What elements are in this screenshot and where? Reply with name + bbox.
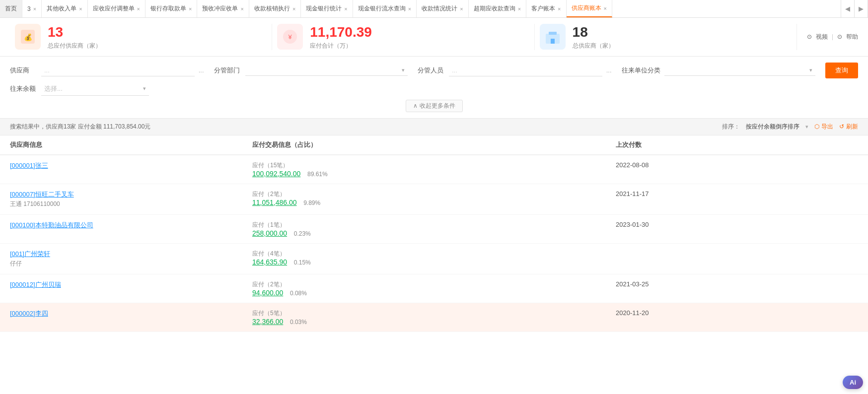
refresh-button[interactable]: ↺ 刷新 bbox=[839, 123, 858, 131]
trans-amount-5[interactable]: 94,600.00 bbox=[252, 289, 283, 297]
nav-tab-bank[interactable]: 银行存取款单 × bbox=[145, 0, 197, 17]
trans-amount-4[interactable]: 164,635.90 bbox=[252, 258, 287, 266]
total-supplier-icon bbox=[540, 24, 566, 50]
nav-tab-verify[interactable]: 收款核销执行 × bbox=[249, 0, 301, 17]
dept-chevron-down-icon: ▾ bbox=[402, 67, 405, 73]
close-tab-customer-ledger[interactable]: × bbox=[558, 6, 561, 12]
last-pay-6: 2020-11-20 bbox=[616, 309, 858, 317]
supplier-link-4[interactable]: [001]广州荣轩 bbox=[10, 250, 50, 258]
result-actions: 排序： 按应付余额倒序排序 ▾ ⬡ 导出 ↺ 刷新 bbox=[722, 123, 858, 131]
payable-total-label: 应付合计（万） bbox=[310, 42, 372, 50]
collapse-bar: ∧ 收起更多条件 bbox=[10, 100, 858, 112]
payable-supplier-count: 13 bbox=[48, 24, 101, 41]
trans-percent-3: 0.23% bbox=[294, 230, 311, 237]
video-icon: ⊙ bbox=[807, 33, 812, 40]
supplier-dots[interactable]: ... bbox=[199, 66, 204, 74]
supplier-link-5[interactable]: [000012]广州贝瑞 bbox=[10, 281, 61, 288]
supplier-link-6[interactable]: [000002]李四 bbox=[10, 310, 48, 317]
supplier-input[interactable] bbox=[41, 65, 195, 76]
sort-select[interactable]: 按应付余额倒序排序 bbox=[746, 123, 799, 131]
close-tab-3[interactable]: × bbox=[33, 6, 36, 12]
top-navigation: 首页 3 × 其他收入单 × 应收应付调整单 × 银行存取款单 × 预收冲应收单… bbox=[0, 0, 868, 18]
filter-supplier: 供应商 ... bbox=[10, 65, 204, 76]
trans-percent-1: 89.61% bbox=[307, 171, 328, 178]
trans-amount-3[interactable]: 258,000.00 bbox=[252, 229, 287, 237]
balance-select[interactable]: 选择... ▾ bbox=[41, 82, 149, 96]
supplier-info-2: [000007]恒旺二手叉车 王通 17106110000 bbox=[10, 190, 252, 208]
supplier-info-6: [000002]李四 bbox=[10, 309, 252, 318]
close-tab-cash-query[interactable]: × bbox=[408, 6, 411, 12]
close-tab-adjust[interactable]: × bbox=[137, 6, 140, 12]
person-dots[interactable]: ... bbox=[606, 66, 612, 74]
last-pay-1: 2022-08-08 bbox=[616, 161, 858, 169]
nav-tab-3[interactable]: 3 × bbox=[22, 0, 42, 17]
close-tab-other-income[interactable]: × bbox=[79, 6, 82, 12]
ai-button[interactable]: Ai bbox=[843, 376, 863, 389]
close-tab-verify[interactable]: × bbox=[292, 6, 295, 12]
nav-tab-cash-query[interactable]: 现金银行流水查询 × bbox=[353, 0, 417, 17]
close-tab-supplier-ledger[interactable]: × bbox=[604, 5, 607, 11]
col-header-supplier: 供应商信息 bbox=[10, 140, 252, 149]
table-area: 供应商信息 应付交易信息（占比） 上次付数 [000001]张三 应付（15笔）… bbox=[0, 135, 868, 394]
close-tab-overdue[interactable]: × bbox=[518, 6, 521, 12]
export-button[interactable]: ⬡ 导出 bbox=[814, 123, 833, 131]
dept-select[interactable]: ▾ bbox=[245, 65, 408, 76]
collapse-button[interactable]: ∧ 收起更多条件 bbox=[406, 100, 463, 112]
category-chevron-down-icon: ▾ bbox=[809, 67, 812, 73]
close-tab-cash-stat[interactable]: × bbox=[344, 6, 347, 12]
balance-chevron-down-icon: ▾ bbox=[143, 85, 146, 92]
last-pay-5: 2021-03-25 bbox=[616, 280, 858, 288]
category-label: 往来单位分类 bbox=[622, 66, 660, 75]
table-row: [000007]恒旺二手叉车 王通 17106110000 应付（2笔） 11,… bbox=[0, 184, 868, 215]
divider: | bbox=[832, 33, 833, 40]
payable-total-icon: ¥ bbox=[277, 24, 303, 50]
filter-row-1: 供应商 ... 分管部门 ▾ 分管人员 ... 往来单位分类 bbox=[10, 63, 858, 78]
supplier-sub-2: 王通 17106110000 bbox=[10, 200, 252, 208]
supplier-info-4: [001]广州荣轩 仔仔 bbox=[10, 250, 252, 268]
nav-tab-other-income[interactable]: 其他收入单 × bbox=[42, 0, 87, 17]
filter-dept: 分管部门 ▾ bbox=[214, 65, 408, 76]
close-tab-bank[interactable]: × bbox=[189, 6, 192, 12]
nav-tab-supplier-ledger[interactable]: 供应商账本 × bbox=[567, 0, 612, 17]
person-input[interactable] bbox=[449, 65, 602, 76]
payable-total-amount: 11,170.39 bbox=[310, 24, 372, 41]
help-icon: ⊙ bbox=[837, 33, 842, 40]
help-link[interactable]: 帮助 bbox=[846, 33, 858, 41]
supplier-link-2[interactable]: [000007]恒旺二手叉车 bbox=[10, 191, 74, 198]
nav-tab-adjust[interactable]: 应收应付调整单 × bbox=[88, 0, 145, 17]
export-icon: ⬡ bbox=[814, 123, 819, 130]
nav-next-arrow[interactable]: ▶ bbox=[855, 0, 868, 18]
nav-tab-customer-ledger[interactable]: 客户账本 × bbox=[526, 0, 566, 17]
trans-info-5: 应付（2笔） 94,600.00 0.08% bbox=[252, 280, 616, 297]
category-select[interactable]: ▾ bbox=[664, 65, 816, 76]
payable-supplier-label: 总应付供应商（家） bbox=[48, 42, 101, 50]
table-header: 供应商信息 应付交易信息（占比） 上次付数 bbox=[0, 135, 868, 155]
nav-tab-collect-stat[interactable]: 收款情况统计 × bbox=[417, 0, 468, 17]
video-link[interactable]: 视频 bbox=[816, 33, 828, 41]
supplier-link-1[interactable]: [000001]张三 bbox=[10, 162, 48, 169]
supplier-info-3: [000100]本特勤油品有限公司 bbox=[10, 221, 252, 230]
trans-percent-4: 0.15% bbox=[294, 259, 311, 266]
query-button[interactable]: 查询 bbox=[825, 63, 858, 78]
nav-tab-overdue[interactable]: 超期应收款查询 × bbox=[469, 0, 526, 17]
nav-tab-cash-stat[interactable]: 现金银行统计 × bbox=[301, 0, 353, 17]
supplier-sub-4: 仔仔 bbox=[10, 260, 252, 268]
supplier-link-3[interactable]: [000100]本特勤油品有限公司 bbox=[10, 221, 93, 229]
nav-tab-home[interactable]: 首页 bbox=[0, 0, 22, 17]
total-supplier-label: 总供应商（家） bbox=[573, 42, 614, 50]
nav-prev-arrow[interactable]: ◀ bbox=[841, 0, 855, 18]
close-tab-advance-receive[interactable]: × bbox=[240, 6, 243, 12]
balance-label: 往来余额 bbox=[10, 84, 37, 93]
trans-percent-6: 0.03% bbox=[290, 319, 307, 326]
close-tab-collect-stat[interactable]: × bbox=[460, 6, 463, 12]
svg-text:¥: ¥ bbox=[288, 33, 292, 41]
supplier-label: 供应商 bbox=[10, 66, 37, 75]
trans-amount-6[interactable]: 32,366.00 bbox=[252, 318, 283, 326]
nav-tab-advance-receive[interactable]: 预收冲应收单 × bbox=[197, 0, 249, 17]
trans-amount-2[interactable]: 11,051,486.00 bbox=[252, 198, 297, 206]
trans-info-6: 应付（5笔） 32,366.00 0.03% bbox=[252, 309, 616, 326]
trans-amount-1[interactable]: 100,092,540.00 bbox=[252, 170, 300, 178]
summary-bar: 💰 13 总应付供应商（家） ¥ 11,170.39 应付合计（万） bbox=[0, 18, 868, 57]
top-right-links: ⊙ 视频 | ⊙ 帮助 bbox=[797, 33, 858, 41]
col-header-trans: 应付交易信息（占比） bbox=[252, 140, 616, 149]
